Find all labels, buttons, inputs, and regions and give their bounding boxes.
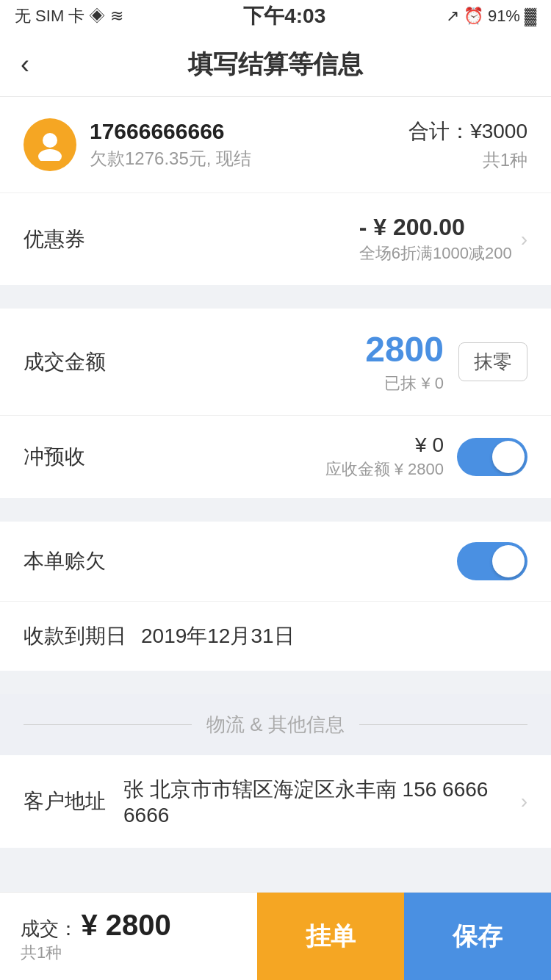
avatar [24,118,76,171]
deal-amount-sub: 已抹 ¥ 0 [365,372,444,394]
bottom-summary: 成交： ¥ 2800 共1种 [0,909,257,964]
divider-3 [0,682,551,694]
prepay-label: 冲预收 [24,443,85,471]
status-bar: 无 SIM 卡 ◈ ≋ 下午4:03 ↗ ⏰ 91% ▓ [0,0,551,32]
status-right: ↗ ⏰ 91% ▓ [446,7,536,26]
toggle-knob [492,441,525,473]
customer-debt: 欠款1276.35元, 现结 [90,147,251,170]
deal-amount-value: 2800 [365,329,444,370]
allowance-toggle-knob [492,545,525,577]
logistics-divider: 物流 & 其他信息 [0,694,551,755]
due-date-value: 2019年12月31日 [141,622,295,650]
allowance-row: 本单赊欠 [0,522,551,601]
nav-bar: ‹ 填写结算等信息 [0,32,551,97]
hold-button[interactable]: 挂单 [257,893,404,981]
bottom-deal-count: 共1种 [21,942,237,964]
round-button[interactable]: 抹零 [458,342,527,381]
location-icon: ↗ [446,7,459,26]
bottom-deal-amount: ¥ 2800 [81,909,170,941]
address-section: 客户地址 张 北京市市辖区海淀区永丰南 156 6666 6666 › [0,755,551,848]
logistics-line-left [24,724,192,725]
logistics-line-right [359,724,527,725]
svg-point-0 [43,133,57,148]
back-button[interactable]: ‹ [21,49,29,80]
coupon-amount: - ¥ 200.00 [359,214,512,241]
allowance-label: 本单赊欠 [24,547,106,575]
prepay-toggle[interactable] [457,438,527,476]
svg-point-1 [38,149,62,161]
chevron-right-icon: › [521,228,527,251]
order-count: 共1种 [408,148,527,172]
address-value: 张 北京市市辖区海淀区永丰南 156 6666 6666 [123,776,518,827]
customer-row: 17666666666 欠款1276.35元, 现结 合计：¥3000 共1种 [0,97,551,192]
user-icon [34,129,66,161]
allowance-section: 本单赊欠 收款到期日 2019年12月31日 [0,522,551,671]
order-total: 合计：¥3000 [408,118,527,145]
alarm-icon: ⏰ [464,7,483,26]
logistics-label: 物流 & 其他信息 [192,712,359,738]
address-label: 客户地址 [24,788,106,815]
page-title: 填写结算等信息 [188,48,363,82]
divider-1 [0,297,551,309]
customer-phone: 17666666666 [90,119,251,144]
status-left: 无 SIM 卡 ◈ ≋ [15,5,123,27]
battery-icon: ▓ [525,7,536,26]
prepay-sub: 应收金额 ¥ 2800 [325,458,444,480]
due-date-row: 收款到期日 2019年12月31日 [0,601,551,671]
deal-amount-row: 成交金额 2800 已抹 ¥ 0 抹零 [0,309,551,415]
due-date-label: 收款到期日 [24,622,126,650]
prepay-amount: ¥ 0 [325,433,444,457]
save-button[interactable]: 保存 [404,893,551,981]
address-chevron-icon: › [521,790,527,813]
customer-section: 17666666666 欠款1276.35元, 现结 合计：¥3000 共1种 … [0,97,551,285]
coupon-row[interactable]: 优惠券 - ¥ 200.00 全场6折满1000减200 › [0,192,551,285]
divider-2 [0,510,551,522]
bottom-bar: 成交： ¥ 2800 共1种 挂单 保存 [0,892,551,980]
prepay-row: 冲预收 ¥ 0 应收金额 ¥ 2800 [0,415,551,498]
status-time: 下午4:03 [243,2,325,30]
coupon-label: 优惠券 [24,226,85,253]
allowance-toggle[interactable] [457,542,527,580]
address-row[interactable]: 客户地址 张 北京市市辖区海淀区永丰南 156 6666 6666 › [0,755,551,848]
coupon-description: 全场6折满1000减200 [359,242,512,264]
bottom-deal-label: 成交： [21,918,78,940]
deal-amount-label: 成交金额 [24,348,106,376]
battery-text: 91% [488,7,520,26]
amount-section: 成交金额 2800 已抹 ¥ 0 抹零 冲预收 ¥ 0 应收金额 ¥ 2800 [0,309,551,498]
